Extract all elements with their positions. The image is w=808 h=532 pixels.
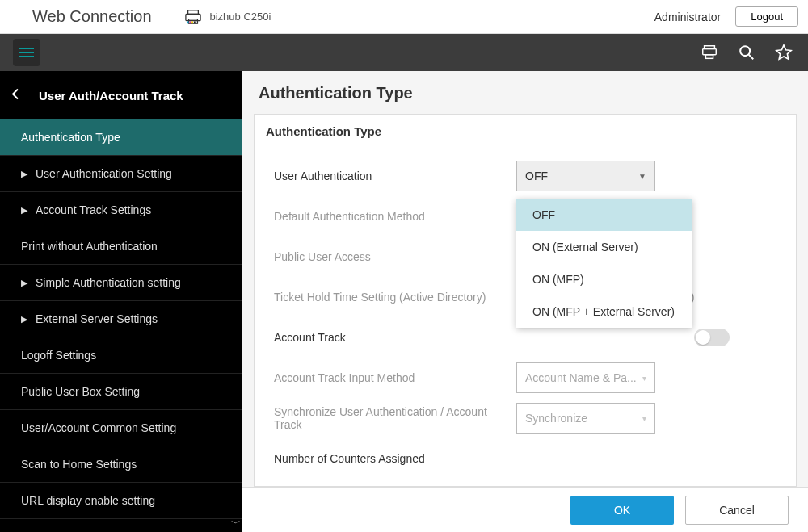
ok-button[interactable]: OK	[570, 496, 674, 525]
menu-button[interactable]	[13, 39, 40, 66]
sidebar-item-account-track-settings[interactable]: ▶ Account Track Settings	[0, 192, 242, 228]
sidebar-item-scan-to-home-settings[interactable]: Scan to Home Settings	[0, 446, 242, 483]
label-account-track: Account Track	[274, 331, 516, 344]
content-area: Authentication Type Authentication Type …	[242, 71, 808, 532]
label-user-authentication: User Authentication	[274, 170, 516, 182]
sidebar-item-label: Public User Box Setting	[21, 385, 140, 398]
select-value: Synchronize	[525, 412, 587, 425]
star-icon[interactable]	[772, 41, 795, 64]
dropdown-option-off[interactable]: OFF	[516, 199, 692, 231]
sidebar-item-label: External Server Settings	[36, 312, 158, 325]
select-user-authentication[interactable]: OFF ▼	[516, 161, 655, 191]
sidebar-item-logoff-settings[interactable]: Logoff Settings	[0, 337, 242, 374]
cancel-button[interactable]: Cancel	[685, 496, 789, 525]
sidebar-item-simple-authentication-setting[interactable]: ▶ Simple Authentication setting	[0, 265, 242, 301]
back-icon[interactable]	[11, 89, 19, 103]
sidebar-title: User Auth/Account Track	[39, 89, 183, 103]
logout-button[interactable]: Logout	[735, 6, 798, 27]
chevron-right-icon: ▶	[21, 169, 27, 179]
row-synchronize: Synchronize User Authentication / Accoun…	[274, 398, 796, 438]
sidebar-item-user-authentication-setting[interactable]: ▶ User Authentication Setting	[0, 156, 242, 192]
sidebar-item-label: User/Account Common Setting	[21, 421, 176, 434]
svg-rect-5	[191, 21, 193, 23]
admin-label: Administrator	[654, 10, 721, 23]
label-synchronize: Synchronize User Authentication / Accoun…	[274, 405, 516, 431]
sidebar-item-url-display-enable-setting[interactable]: URL display enable setting	[0, 483, 242, 519]
sidebar-item-external-server-settings[interactable]: ▶ External Server Settings	[0, 301, 242, 337]
select-input-method: Account Name & Pa... ▾	[516, 362, 655, 393]
sidebar-item-authentication-type[interactable]: Authentication Type	[0, 119, 242, 156]
svg-rect-8	[703, 48, 717, 54]
sidebar-item-label: Logoff Settings	[21, 349, 96, 362]
scroll-down-icon[interactable]: ﹀	[231, 517, 241, 530]
sidebar-item-label: User Authentication Setting	[36, 167, 172, 180]
brand-title: Web Connection	[32, 7, 152, 26]
toggle-knob	[696, 330, 710, 345]
card-title: Authentication Type	[255, 115, 796, 148]
svg-point-10	[740, 46, 750, 56]
select-value: OFF	[525, 170, 548, 182]
dropdown-option-on-mfp-external-server[interactable]: ON (MFP + External Server)	[516, 295, 692, 328]
select-synchronize: Synchronize ▾	[516, 403, 655, 434]
sidebar-item-user-account-common-setting[interactable]: User/Account Common Setting	[0, 410, 242, 446]
sidebar-item-label: Print without Authentication	[21, 240, 158, 253]
caret-down-icon: ▾	[642, 414, 646, 423]
sidebar-item-label: Authentication Type	[21, 131, 120, 144]
row-counters-assigned: Number of Counters Assigned	[274, 438, 796, 479]
sidebar-item-label: URL display enable setting	[21, 494, 155, 507]
row-input-method: Account Track Input Method Account Name …	[274, 358, 796, 398]
device-shortcut-icon[interactable]	[698, 41, 721, 64]
sidebar-list: Authentication Type ▶ User Authenticatio…	[0, 119, 242, 532]
svg-rect-9	[705, 55, 713, 59]
label-public-user-access: Public User Access	[274, 250, 516, 263]
top-header: Web Connection bizhub C250i Administrato…	[0, 0, 808, 34]
device-name: bizhub C250i	[210, 10, 271, 23]
sidebar-header: User Auth/Account Track	[0, 71, 242, 119]
toolbar	[0, 34, 808, 71]
chevron-right-icon: ▶	[21, 205, 27, 216]
chevron-right-icon: ▶	[21, 314, 27, 325]
row-user-authentication: User Authentication OFF ▼	[274, 156, 796, 196]
chevron-right-icon: ▶	[21, 278, 27, 288]
printer-icon	[184, 9, 202, 25]
label-ticket-hold-time: Ticket Hold Time Setting (Active Directo…	[274, 291, 516, 304]
sidebar-item-public-user-box-setting[interactable]: Public User Box Setting	[0, 374, 242, 410]
svg-marker-12	[776, 45, 791, 59]
dropdown-option-on-external-server[interactable]: ON (External Server)	[516, 231, 692, 263]
search-icon[interactable]	[735, 41, 758, 64]
label-counters-assigned: Number of Counters Assigned	[274, 452, 516, 465]
footer-actions: OK Cancel	[242, 487, 808, 532]
sidebar-item-label: Simple Authentication setting	[36, 276, 181, 289]
sidebar-item-label: Scan to Home Settings	[21, 458, 137, 471]
hamburger-icon	[19, 52, 34, 53]
dropdown-user-authentication: OFF ON (External Server) ON (MFP) ON (MF…	[516, 199, 692, 328]
caret-down-icon: ▼	[638, 172, 646, 181]
label-default-auth-method: Default Authentication Method	[274, 210, 516, 223]
svg-rect-6	[193, 21, 195, 23]
sidebar-item-label: Account Track Settings	[36, 203, 151, 216]
settings-card: Authentication Type User Authentication …	[254, 114, 797, 487]
toggle-account-track[interactable]	[694, 329, 730, 346]
sidebar: User Auth/Account Track ︿ Authentication…	[0, 71, 242, 532]
caret-down-icon: ▾	[642, 374, 646, 383]
sidebar-item-print-without-authentication[interactable]: Print without Authentication	[0, 228, 242, 265]
label-input-method: Account Track Input Method	[274, 371, 516, 384]
select-value: Account Name & Pa...	[525, 371, 637, 384]
svg-line-11	[749, 55, 754, 60]
dropdown-option-on-mfp[interactable]: ON (MFP)	[516, 263, 692, 295]
svg-rect-3	[187, 21, 188, 23]
page-title: Authentication Type	[242, 71, 808, 114]
svg-rect-0	[187, 10, 198, 14]
svg-rect-4	[189, 21, 191, 23]
